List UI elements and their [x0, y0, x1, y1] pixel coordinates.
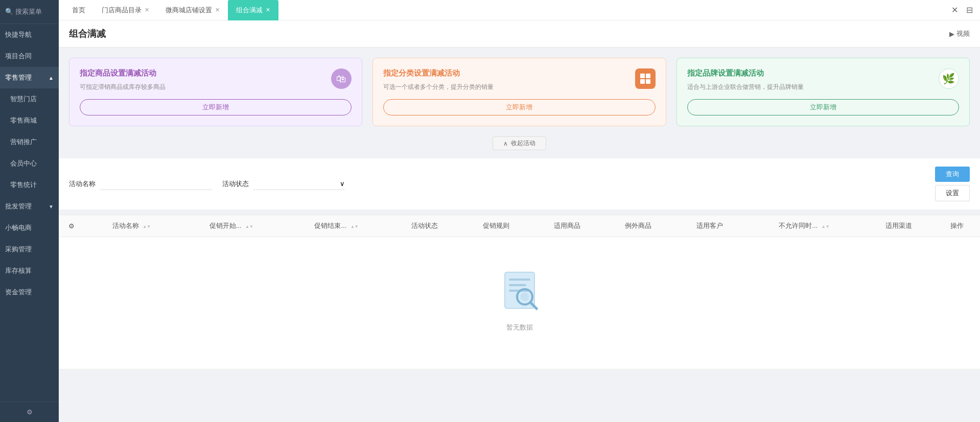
- table-col-promo-start[interactable]: 促销开始... ▲▼: [179, 215, 284, 237]
- sidebar-item-purchase-mgmt[interactable]: 采购管理: [0, 239, 59, 260]
- activity-name-input[interactable]: [100, 178, 212, 190]
- table-col-applicable-customers: 适用客户: [674, 215, 745, 237]
- brand-card-desc: 适合与上游企业联合做营销，提升品牌销量: [687, 82, 959, 92]
- table-col-promo-rules: 促销规则: [460, 215, 531, 237]
- main-area: 首页 门店商品目录 ✕ 微商城店铺设置 ✕ 组合满减 ✕ ✕ ⊟ 组合满减 ▶ …: [59, 0, 980, 422]
- svg-point-10: [520, 293, 529, 301]
- category-promo-card: 指定分类设置满减活动 可选一个或者多个分类，提升分类的销量 立即新增: [372, 58, 666, 126]
- filter-section: 活动名称 活动状态 ∨ 查询 设置: [59, 158, 980, 209]
- sidebar-item-inventory[interactable]: 库存核算: [0, 260, 59, 282]
- category-card-add-button[interactable]: 立即新增: [383, 99, 655, 115]
- category-card-title: 指定分类设置满减活动: [383, 68, 655, 78]
- sort-icon: ▲▼: [351, 224, 359, 229]
- chevron-down-icon: ∨: [340, 180, 345, 187]
- svg-rect-2: [640, 79, 645, 84]
- sidebar: 🔍 搜索菜单 快捷导航 项目合同 零售管理 ▲ 智慧门店 零售商城 营销推广 会…: [0, 0, 59, 422]
- table-col-promo-end[interactable]: 促销结束... ▲▼: [284, 215, 389, 237]
- empty-state-row: 暂无数据: [59, 237, 980, 369]
- sidebar-item-finance-mgmt[interactable]: 资金管理: [0, 282, 59, 303]
- play-circle-icon: ▶: [949, 30, 954, 38]
- activity-status-filter: 活动状态 ∨: [222, 178, 345, 190]
- svg-rect-0: [640, 74, 645, 78]
- sidebar-item-quick-nav[interactable]: 快捷导航: [0, 24, 59, 45]
- tab-home[interactable]: 首页: [64, 0, 94, 20]
- settings-action-button[interactable]: 设置: [935, 185, 970, 201]
- table-col-exception-products: 例外商品: [603, 215, 674, 237]
- table-col-applicable-products: 适用商品: [531, 215, 602, 237]
- empty-state: 暂无数据: [64, 243, 975, 363]
- empty-state-icon: [494, 264, 545, 315]
- sort-icon: ▲▼: [245, 224, 253, 229]
- table-col-no-overlap[interactable]: 不允许同时... ▲▼: [745, 215, 863, 237]
- sort-icon: ▲▼: [822, 224, 830, 229]
- tab-close-store-products[interactable]: ✕: [145, 7, 149, 13]
- sidebar-item-ecommerce[interactable]: 小畅电商: [0, 217, 59, 239]
- tabs-bar: 首页 门店商品目录 ✕ 微商城店铺设置 ✕ 组合满减 ✕ ✕ ⊟: [59, 0, 980, 20]
- product-card-desc: 可指定滞销商品或库存较多商品: [80, 82, 352, 92]
- chevron-up-icon: ▲: [49, 75, 54, 81]
- sort-icon: ▲▼: [143, 224, 151, 229]
- sidebar-item-smart-store[interactable]: 智慧门店: [0, 88, 59, 110]
- table-col-applicable-channels: 适用渠道: [863, 215, 934, 237]
- sidebar-search[interactable]: 🔍 搜索菜单: [0, 0, 59, 24]
- category-card-icon: [635, 68, 656, 89]
- product-card-add-button[interactable]: 立即新增: [80, 99, 352, 115]
- sidebar-item-member-center[interactable]: 会员中心: [0, 153, 59, 174]
- sidebar-item-marketing[interactable]: 营销推广: [0, 131, 59, 153]
- sidebar-item-retail-mall[interactable]: 零售商城: [0, 110, 59, 131]
- category-card-desc: 可选一个或者多个分类，提升分类的销量: [383, 82, 655, 92]
- table-col-activity-status: 活动状态: [389, 215, 460, 237]
- brand-card-add-button[interactable]: 立即新增: [687, 99, 959, 115]
- query-button[interactable]: 查询: [935, 167, 970, 182]
- page-title: 组合满减: [69, 28, 106, 40]
- activity-status-label: 活动状态: [222, 179, 249, 189]
- chevron-down-icon: ▼: [49, 204, 54, 209]
- tab-combo-discount[interactable]: 组合满减 ✕: [228, 0, 278, 20]
- collapse-activity-button[interactable]: ∧ 收起活动: [493, 136, 546, 150]
- svg-rect-3: [646, 79, 650, 84]
- brand-promo-card: 🌿 指定品牌设置满减活动 适合与上游企业联合做营销，提升品牌销量 立即新增: [676, 58, 970, 126]
- svg-rect-6: [509, 284, 526, 286]
- data-table: ⚙ 活动名称 ▲▼ 促销开始... ▲▼ 促销结束... ▲▼: [59, 215, 980, 369]
- empty-text: 暂无数据: [506, 323, 533, 332]
- promo-cards-section: 🛍 指定商品设置满减活动 可指定滞销商品或库存较多商品 立即新增 指定分类设置满…: [59, 48, 980, 131]
- product-promo-card: 🛍 指定商品设置满减活动 可指定滞销商品或库存较多商品 立即新增: [69, 58, 362, 126]
- gear-icon: ⚙: [27, 408, 33, 416]
- page-header: 组合满减 ▶ 视频: [59, 20, 980, 48]
- tabs-right-actions: ✕ ⊟: [949, 5, 975, 15]
- filter-actions: 查询 设置: [935, 167, 970, 201]
- tab-store-products[interactable]: 门店商品目录 ✕: [94, 0, 157, 20]
- brand-card-icon: 🌿: [939, 68, 959, 89]
- close-window-button[interactable]: ✕: [949, 5, 960, 15]
- search-icon: 🔍: [5, 8, 13, 15]
- table-header-row: ⚙ 活动名称 ▲▼ 促销开始... ▲▼ 促销结束... ▲▼: [59, 215, 980, 237]
- table-section: ⚙ 活动名称 ▲▼ 促销开始... ▲▼ 促销结束... ▲▼: [59, 215, 980, 369]
- sidebar-item-retail-mgmt[interactable]: 零售管理 ▲: [0, 67, 59, 88]
- sidebar-item-project-contract[interactable]: 项目合同: [0, 45, 59, 67]
- settings-button[interactable]: ⚙: [0, 402, 59, 422]
- video-link[interactable]: ▶ 视频: [949, 29, 970, 38]
- table-col-gear[interactable]: ⚙: [59, 215, 84, 237]
- table-col-activity-name[interactable]: 活动名称 ▲▼: [84, 215, 179, 237]
- activity-name-label: 活动名称: [69, 179, 96, 189]
- activity-name-filter: 活动名称: [69, 178, 212, 190]
- sidebar-item-wholesale-mgmt[interactable]: 批发管理 ▼: [0, 196, 59, 217]
- tab-close-wechat-shop[interactable]: ✕: [215, 7, 220, 13]
- chevron-up-icon: ∧: [503, 140, 508, 147]
- product-card-title: 指定商品设置满减活动: [80, 68, 352, 78]
- table-col-operations: 操作: [935, 215, 980, 237]
- minimize-window-button[interactable]: ⊟: [964, 5, 975, 15]
- svg-rect-1: [646, 74, 650, 78]
- activity-status-select[interactable]: ∨: [253, 178, 345, 190]
- tab-wechat-shop-settings[interactable]: 微商城店铺设置 ✕: [157, 0, 228, 20]
- svg-rect-5: [509, 278, 530, 280]
- page-content: 组合满减 ▶ 视频 🛍 指定商品设置满减活动 可指定滞销商品或库存较多商品 立即…: [59, 20, 980, 422]
- collapse-bar: ∧ 收起活动: [59, 131, 980, 158]
- brand-card-title: 指定品牌设置满减活动: [687, 68, 959, 78]
- sidebar-item-retail-stats[interactable]: 零售统计: [0, 174, 59, 196]
- tab-close-combo-discount[interactable]: ✕: [266, 7, 270, 13]
